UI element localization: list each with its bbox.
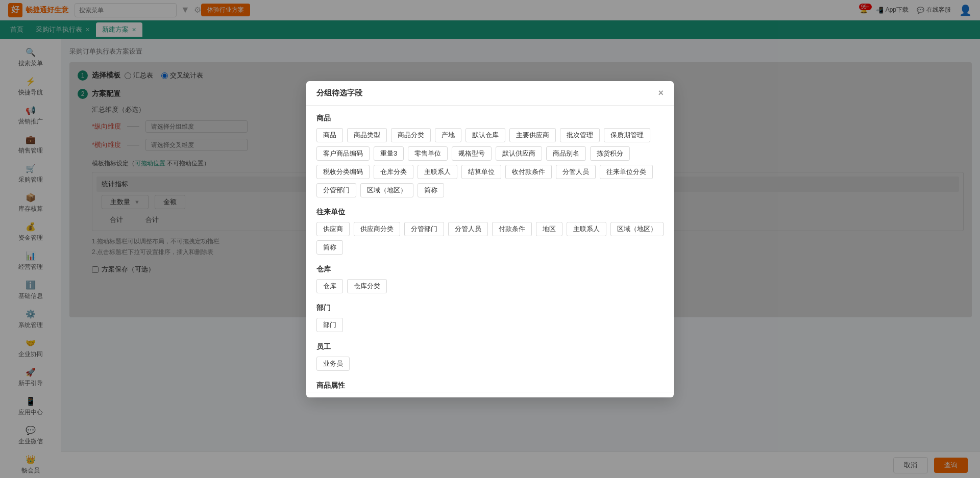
- modal-dialog: 分组待选字段 × 商品 商品 商品类型 商品分类 产地 默认仓库 主要供应商 批…: [306, 81, 674, 397]
- field-tag-goods[interactable]: 商品: [316, 128, 343, 142]
- field-tag-default-warehouse[interactable]: 默认仓库: [465, 128, 505, 142]
- field-tag-expiry-mgmt[interactable]: 保质期管理: [604, 128, 650, 142]
- field-tags-staff: 业务员: [316, 357, 664, 371]
- modal-hscroll[interactable]: [306, 392, 674, 397]
- field-group-dept-title: 部门: [316, 304, 664, 313]
- field-tag-retail-unit[interactable]: 零售单位: [408, 146, 448, 161]
- field-tag-region-partner[interactable]: 区域（地区）: [610, 222, 664, 236]
- field-tag-main-contact[interactable]: 主联系人: [418, 165, 457, 179]
- field-tag-warehouse-category[interactable]: 仓库分类: [374, 165, 413, 179]
- field-group-warehouse-title: 仓库: [316, 265, 664, 274]
- field-group-warehouse: 仓库 仓库 仓库分类: [316, 265, 664, 293]
- field-tag-customer-code[interactable]: 客户商品编码: [316, 146, 370, 161]
- field-group-partner: 往来单位 供应商 供应商分类 分管部门 分管人员 付款条件 地区 主联系人 区域…: [316, 208, 664, 255]
- field-tag-dept-manage[interactable]: 分管部门: [316, 183, 356, 197]
- modal-close-button[interactable]: ×: [658, 88, 664, 97]
- field-tag-area[interactable]: 地区: [536, 222, 562, 236]
- field-tag-default-supplier[interactable]: 默认供应商: [496, 146, 542, 161]
- field-tag-payment-terms[interactable]: 收付款条件: [505, 165, 552, 179]
- field-tag-batch-mgmt[interactable]: 批次管理: [560, 128, 600, 142]
- field-tags-partner: 供应商 供应商分类 分管部门 分管人员 付款条件 地区 主联系人 区域（地区） …: [316, 222, 664, 255]
- field-tag-region[interactable]: 区域（地区）: [360, 183, 413, 197]
- field-tag-main-contact-partner[interactable]: 主联系人: [567, 222, 606, 236]
- field-group-partner-title: 往来单位: [316, 208, 664, 217]
- field-tag-weight3[interactable]: 重量3: [374, 146, 404, 161]
- field-tag-warehouse-cat[interactable]: 仓库分类: [347, 279, 387, 293]
- field-tag-abbr-partner[interactable]: 简称: [316, 240, 343, 255]
- field-group-staff-title: 员工: [316, 342, 664, 351]
- field-tag-goods-alias[interactable]: 商品别名: [546, 146, 586, 161]
- field-tag-pick-points[interactable]: 拣货积分: [590, 146, 630, 161]
- field-tag-payment-cond[interactable]: 付款条件: [492, 222, 532, 236]
- field-tag-goods-category[interactable]: 商品分类: [391, 128, 431, 142]
- field-tag-partner-category[interactable]: 往来单位分类: [600, 165, 653, 179]
- field-group-goods-title: 商品: [316, 114, 664, 123]
- field-tag-dept-partner[interactable]: 分管部门: [404, 222, 444, 236]
- field-group-staff: 员工 业务员: [316, 342, 664, 371]
- field-tag-main-supplier[interactable]: 主要供应商: [509, 128, 556, 142]
- modal-body: 商品 商品 商品类型 商品分类 产地 默认仓库 主要供应商 批次管理 保质期管理…: [306, 106, 674, 392]
- field-tag-dept[interactable]: 部门: [316, 318, 343, 332]
- field-group-goods-attr: 商品属性 属性 颜色 多规格 尺码 鞋码 1: [316, 381, 664, 392]
- field-tag-supplier-category[interactable]: 供应商分类: [354, 222, 400, 236]
- field-tags-dept: 部门: [316, 318, 664, 332]
- field-tag-supplier[interactable]: 供应商: [316, 222, 350, 236]
- field-group-dept: 部门 部门: [316, 304, 664, 332]
- field-tags-goods: 商品 商品类型 商品分类 产地 默认仓库 主要供应商 批次管理 保质期管理 客户…: [316, 128, 664, 197]
- field-tags-warehouse: 仓库 仓库分类: [316, 279, 664, 293]
- modal-header: 分组待选字段 ×: [306, 81, 674, 106]
- field-group-goods: 商品 商品 商品类型 商品分类 产地 默认仓库 主要供应商 批次管理 保质期管理…: [316, 114, 664, 197]
- field-tag-tax-code[interactable]: 税收分类编码: [316, 165, 370, 179]
- field-tag-staff-partner[interactable]: 分管人员: [448, 222, 488, 236]
- field-tag-origin[interactable]: 产地: [435, 128, 461, 142]
- field-tag-spec-model[interactable]: 规格型号: [452, 146, 492, 161]
- field-tag-settlement-unit[interactable]: 结算单位: [461, 165, 501, 179]
- field-tag-salesperson[interactable]: 业务员: [316, 357, 350, 371]
- field-tag-manager[interactable]: 分管人员: [556, 165, 596, 179]
- modal-title: 分组待选字段: [316, 88, 362, 98]
- field-tag-goods-type[interactable]: 商品类型: [347, 128, 387, 142]
- field-tag-warehouse[interactable]: 仓库: [316, 279, 343, 293]
- field-group-goods-attr-title: 商品属性: [316, 381, 664, 390]
- modal-overlay: 分组待选字段 × 商品 商品 商品类型 商品分类 产地 默认仓库 主要供应商 批…: [0, 0, 980, 478]
- field-tag-abbr[interactable]: 简称: [418, 183, 444, 197]
